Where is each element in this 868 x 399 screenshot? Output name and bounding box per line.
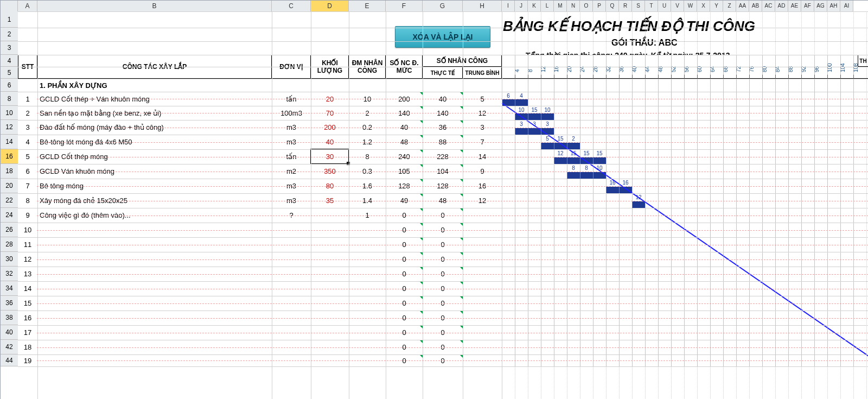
gantt-label: 3 — [515, 121, 528, 127]
col-header-O[interactable]: O — [580, 1, 593, 11]
cell-r16-c0[interactable]: 16 — [18, 311, 37, 325]
subtitle: GÓI THẦU: ABC — [611, 37, 678, 48]
cell-r14-c0[interactable]: 14 — [18, 281, 37, 296]
row-header-10[interactable]: 10 — [1, 106, 18, 120]
col-header-X[interactable]: X — [697, 1, 710, 11]
col-header-T[interactable]: T — [645, 1, 658, 11]
cell-r17-c0[interactable]: 17 — [18, 325, 37, 340]
row-header-2[interactable]: 2 — [1, 28, 18, 41]
col-header-AI[interactable]: AI — [840, 1, 853, 11]
cell-r3-c0[interactable]: 3 — [18, 120, 37, 135]
row-header-4[interactable]: 4 — [1, 55, 18, 67]
col-header-L[interactable]: L — [541, 1, 554, 11]
col-header-D[interactable]: D — [311, 1, 349, 11]
row-header-24[interactable]: 24 — [1, 208, 18, 223]
col-header-AD[interactable]: AD — [775, 1, 788, 11]
col-header-U[interactable]: U — [658, 1, 671, 11]
col-header-F[interactable]: F — [386, 1, 423, 11]
gantt-label: 8 — [567, 165, 580, 171]
column-headers: ABCDEFGHIJKLMNOPQRSTUVWXYZAAABACADAEAFAG… — [1, 1, 868, 12]
gantt-label: 8 — [580, 165, 593, 171]
gantt-label: 15 — [528, 107, 541, 113]
cell-r1-c0[interactable]: 1 — [18, 92, 37, 106]
gantt-label: 4 — [515, 93, 528, 99]
row-header-42[interactable]: 42 — [1, 340, 18, 354]
row-headers: 1234568101214161820222426283032343638404… — [1, 11, 18, 399]
row-header-40[interactable]: 40 — [1, 325, 18, 340]
col-header-R[interactable]: R — [619, 1, 632, 11]
header-so_nhan_cong: SỐ NHÂN CÔNG — [423, 55, 502, 67]
header-thuc_te: THỰC TẾ — [423, 67, 463, 79]
cell-r12-c0[interactable]: 12 — [18, 252, 37, 267]
cell-r9-c0[interactable]: 9 — [18, 208, 37, 223]
row-header-36[interactable]: 36 — [1, 296, 18, 311]
gantt-label: 15 — [593, 150, 606, 156]
row-header-34[interactable]: 34 — [1, 281, 18, 296]
reset-button[interactable]: XÓA VÀ LẬP LẠI — [395, 26, 490, 48]
col-header-M[interactable]: M — [554, 1, 567, 11]
gantt-label: 3 — [541, 121, 554, 127]
cell-r18-c0[interactable]: 18 — [18, 340, 37, 354]
col-header-P[interactable]: P — [593, 1, 606, 11]
col-header-H[interactable]: H — [463, 1, 502, 11]
row-header-38[interactable]: 38 — [1, 311, 18, 325]
row-header-8[interactable]: 8 — [1, 92, 18, 106]
row-header-16[interactable]: 16 — [1, 149, 18, 164]
row-header-6[interactable]: 6 — [1, 79, 18, 92]
col-header-AF[interactable]: AF — [801, 1, 814, 11]
row-header-18[interactable]: 18 — [1, 164, 18, 179]
col-header-J[interactable]: J — [515, 1, 528, 11]
col-header-N[interactable]: N — [567, 1, 580, 11]
col-header-AE[interactable]: AE — [788, 1, 801, 11]
cell-r5-c0[interactable]: 5 — [18, 149, 37, 164]
col-header-C[interactable]: C — [272, 1, 311, 11]
col-header-I[interactable]: I — [502, 1, 515, 11]
cell-r10-c0[interactable]: 10 — [18, 223, 37, 237]
gantt-label: 15 — [580, 150, 593, 156]
spreadsheet-viewport: ABCDEFGHIJKLMNOPQRSTUVWXYZAAABACADAEAFAG… — [0, 0, 868, 399]
col-header-S[interactable]: S — [632, 1, 645, 11]
col-header-W[interactable]: W — [684, 1, 697, 11]
col-header-AH[interactable]: AH — [827, 1, 840, 11]
row-header-30[interactable]: 30 — [1, 252, 18, 267]
row-header-26[interactable]: 26 — [1, 223, 18, 237]
col-header-AB[interactable]: AB — [749, 1, 762, 11]
col-header-E[interactable]: E — [349, 1, 386, 11]
col-header-B[interactable]: B — [37, 1, 272, 11]
col-header-V[interactable]: V — [671, 1, 684, 11]
row-header-5[interactable]: 5 — [1, 67, 18, 79]
row-header-28[interactable]: 28 — [1, 237, 18, 252]
row-header-12[interactable]: 12 — [1, 120, 18, 135]
cell-r15-c0[interactable]: 15 — [18, 296, 37, 311]
gantt-bar-row3 — [515, 128, 554, 135]
row-header-1[interactable]: 1 — [1, 11, 18, 28]
cell-r6-c0[interactable]: 6 — [18, 164, 37, 179]
cell-r13-c0[interactable]: 13 — [18, 267, 37, 281]
gantt-label: 6 — [502, 93, 515, 99]
cell-r11-c0[interactable]: 11 — [18, 237, 37, 252]
col-header-A[interactable]: A — [18, 1, 37, 11]
gantt-label: 12 — [554, 150, 567, 156]
col-header-Q[interactable]: Q — [606, 1, 619, 11]
cell-r4-c0[interactable]: 4 — [18, 135, 37, 149]
row-header-14[interactable]: 14 — [1, 135, 18, 149]
row-header-32[interactable]: 32 — [1, 267, 18, 281]
col-header-AA[interactable]: AA — [736, 1, 749, 11]
cell-r19-c0[interactable]: 19 — [18, 354, 37, 366]
gantt-bar-row8 — [632, 201, 645, 208]
cell-r2-c0[interactable]: 2 — [18, 106, 37, 120]
row-header-3[interactable]: 3 — [1, 41, 18, 55]
col-header-AC[interactable]: AC — [762, 1, 775, 11]
col-header-AG[interactable]: AG — [814, 1, 827, 11]
col-header-Z[interactable]: Z — [723, 1, 736, 11]
col-header-Y[interactable]: Y — [710, 1, 723, 11]
sheet-canvas[interactable]: XÓA VÀ LẬP LẠI BẢNG KẾ HOẠCH TIẾN ĐỘ THI… — [18, 11, 868, 399]
row-header-22[interactable]: 22 — [1, 193, 18, 208]
row-header-20[interactable]: 20 — [1, 179, 18, 193]
col-header-K[interactable]: K — [528, 1, 541, 11]
gantt-label: 10 — [541, 107, 554, 113]
row-header-44[interactable]: 44 — [1, 354, 18, 366]
col-header-G[interactable]: G — [423, 1, 463, 11]
cell-r7-c0[interactable]: 7 — [18, 179, 37, 193]
cell-r8-c0[interactable]: 8 — [18, 193, 37, 208]
